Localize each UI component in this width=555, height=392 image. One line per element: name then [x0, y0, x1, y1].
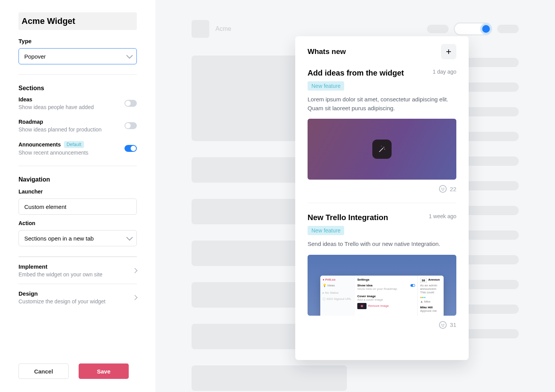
type-select-value: Popover	[24, 53, 46, 60]
chevron-right-icon	[132, 268, 138, 273]
launcher-label: Launcher	[18, 188, 137, 195]
post: Add ideas from the widget 1 day ago New …	[308, 69, 456, 203]
reaction-count: 31	[450, 321, 456, 328]
action-select[interactable]: Sections open in a new tab	[18, 230, 137, 246]
design-row[interactable]: Design Customize the design of your widg…	[18, 284, 137, 311]
reaction-count: 22	[450, 186, 456, 192]
post-body: Lorem ipsum dolor sit amet, consectetur …	[308, 95, 456, 113]
ghost-nav-pill	[497, 25, 519, 33]
new-feature-tag: New feature	[308, 226, 344, 235]
smiley-icon[interactable]	[439, 321, 447, 329]
plus-icon: +	[446, 47, 451, 56]
post-body: Send ideas to Trello with our new native…	[308, 240, 456, 249]
save-button[interactable]: Save	[79, 363, 129, 379]
widget-launcher-trigger[interactable]	[455, 24, 491, 34]
section-roadmap-toggle[interactable]	[124, 122, 137, 129]
sections-heading: Sections	[18, 85, 137, 92]
cancel-button[interactable]: Cancel	[18, 363, 69, 379]
section-roadmap-desc: Show ideas planned for production	[18, 126, 102, 133]
navigation-heading: Navigation	[18, 176, 137, 183]
post-date: 1 day ago	[433, 69, 457, 75]
post-image: ● Frill.co 💡 Ideas ▸ No Status ▢ SSO Sig…	[308, 255, 456, 316]
chevron-down-icon	[126, 234, 133, 241]
ghost-title: Acme	[215, 25, 231, 32]
action-select-value: Sections open in a new tab	[24, 235, 94, 242]
svg-point-0	[383, 147, 384, 148]
section-ideas: Ideas Show ideas people have added	[18, 96, 137, 110]
ghost-logo	[192, 20, 209, 38]
action-label: Action	[18, 220, 137, 226]
section-ideas-label: Ideas	[18, 96, 32, 103]
whats-new-popover: Whats new + Add ideas from the widget 1 …	[295, 36, 469, 360]
section-announcements-label: Announcements	[18, 141, 61, 148]
launcher-select[interactable]: Custom element	[18, 199, 137, 215]
section-ideas-desc: Show ideas people have added	[18, 104, 94, 110]
type-select[interactable]: Popover	[18, 48, 137, 64]
new-feature-tag: New feature	[308, 81, 344, 91]
chevron-right-icon	[132, 294, 138, 300]
section-roadmap-label: Roadmap	[18, 119, 43, 125]
launcher-dot-icon	[482, 25, 490, 33]
design-label: Design	[18, 290, 106, 297]
section-announcements: Announcements Default Show recent announ…	[18, 141, 137, 156]
post: New Trello Integration 1 week ago New fe…	[308, 213, 456, 339]
type-label: Type	[18, 38, 137, 44]
post-title: Add ideas from the widget	[308, 69, 404, 77]
widget-title-input[interactable]	[18, 12, 137, 30]
chevron-down-icon	[126, 52, 133, 59]
ghost-block	[192, 365, 347, 391]
default-badge: Default	[64, 141, 84, 148]
post-date: 1 week ago	[429, 213, 456, 219]
post-image	[308, 119, 456, 180]
wand-sparkle-icon	[372, 140, 392, 159]
post-title: New Trello Integration	[308, 213, 388, 222]
smiley-icon[interactable]	[439, 185, 447, 193]
implement-label: Implement	[18, 263, 103, 270]
plus-button[interactable]: +	[441, 44, 456, 59]
popover-heading: Whats new	[308, 47, 346, 56]
sidebar: Type Popover Sections Ideas Show ideas p…	[0, 0, 155, 392]
section-announcements-toggle[interactable]	[124, 145, 137, 152]
implement-row[interactable]: Implement Embed the widget on your own s…	[18, 257, 137, 284]
ghost-nav-pill	[427, 25, 449, 33]
section-ideas-toggle[interactable]	[124, 100, 137, 107]
launcher-select-value: Custom element	[24, 204, 66, 210]
design-desc: Customize the design of your widget	[18, 298, 106, 305]
section-announcements-desc: Show recent announcements	[18, 150, 88, 156]
implement-desc: Embed the widget on your own site	[18, 271, 103, 278]
section-roadmap: Roadmap Show ideas planned for productio…	[18, 119, 137, 133]
